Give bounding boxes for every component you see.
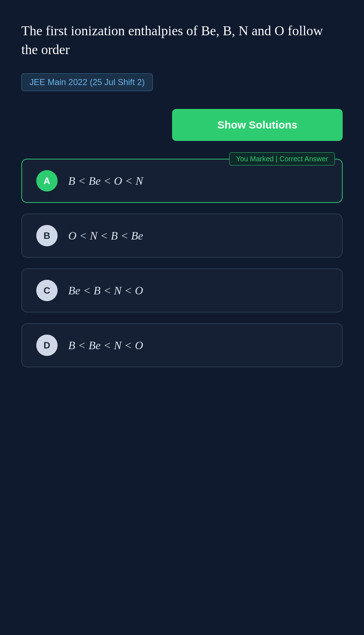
option-text-a: B < Be < O < N (68, 174, 143, 188)
question-text: The first ionization enthalpies of Be, B… (21, 21, 343, 59)
show-solutions-button[interactable]: Show Solutions (172, 109, 343, 141)
option-bubble-b: B (36, 225, 58, 246)
option-text-d: B < Be < N < O (68, 339, 143, 352)
option-card-b[interactable]: B O < N < B < Be (21, 214, 343, 258)
option-bubble-c: C (36, 280, 58, 301)
option-bubble-d: D (36, 335, 58, 356)
option-card-d[interactable]: D B < Be < N < O (21, 323, 343, 367)
exam-tag-badge: JEE Main 2022 (25 Jul Shift 2) (21, 73, 153, 91)
option-card-a[interactable]: You Marked | Correct Answer A B < Be < O… (21, 159, 343, 203)
option-text-b: O < N < B < Be (68, 229, 143, 242)
options-container: You Marked | Correct Answer A B < Be < O… (21, 159, 343, 367)
option-card-c[interactable]: C Be < B < N < O (21, 268, 343, 313)
option-text-c: Be < B < N < O (68, 284, 143, 297)
option-bubble-a: A (36, 170, 58, 191)
correct-answer-label: You Marked | Correct Answer (229, 152, 335, 166)
